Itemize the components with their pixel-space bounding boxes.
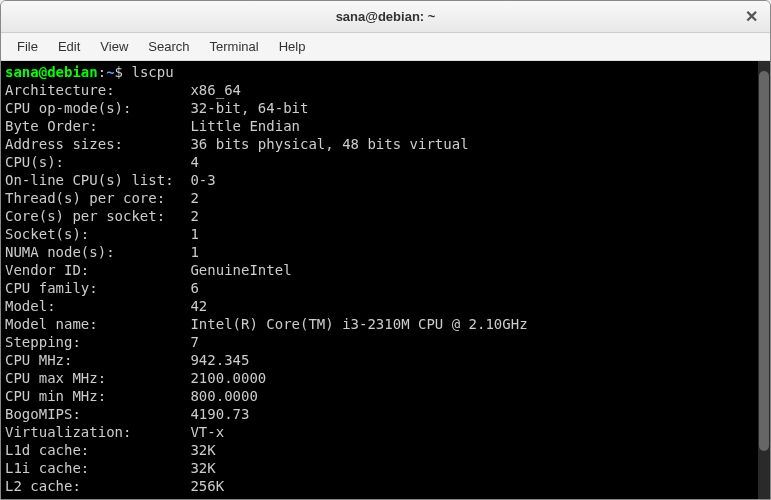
menu-edit[interactable]: Edit xyxy=(48,35,90,58)
close-icon[interactable]: ✕ xyxy=(742,8,760,26)
prompt-user-host: sana@debian xyxy=(5,64,98,80)
output-line: CPU max MHz: 2100.0000 xyxy=(5,369,766,387)
output-line: L2 cache: 256K xyxy=(5,477,766,495)
command-text: lscpu xyxy=(131,64,173,80)
prompt-line: sana@debian:~$ lscpu xyxy=(5,63,766,81)
output-line: CPU(s): 4 xyxy=(5,153,766,171)
output-line: Model name: Intel(R) Core(TM) i3-2310M C… xyxy=(5,315,766,333)
output-container: Architecture: x86_64CPU op-mode(s): 32-b… xyxy=(5,81,766,495)
menu-terminal[interactable]: Terminal xyxy=(200,35,269,58)
scrollbar[interactable] xyxy=(758,61,770,499)
menubar: File Edit View Search Terminal Help xyxy=(1,33,770,61)
output-line: On-line CPU(s) list: 0-3 xyxy=(5,171,766,189)
titlebar: sana@debian: ~ ✕ xyxy=(1,1,770,33)
menu-help[interactable]: Help xyxy=(269,35,316,58)
menu-view[interactable]: View xyxy=(90,35,138,58)
output-line: Stepping: 7 xyxy=(5,333,766,351)
terminal-area[interactable]: sana@debian:~$ lscpu Architecture: x86_6… xyxy=(1,61,770,499)
menu-search[interactable]: Search xyxy=(138,35,199,58)
output-line: Socket(s): 1 xyxy=(5,225,766,243)
output-line: Byte Order: Little Endian xyxy=(5,117,766,135)
output-line: CPU min MHz: 800.0000 xyxy=(5,387,766,405)
output-line: Thread(s) per core: 2 xyxy=(5,189,766,207)
menu-file[interactable]: File xyxy=(7,35,48,58)
output-line: Core(s) per socket: 2 xyxy=(5,207,766,225)
window-title: sana@debian: ~ xyxy=(336,9,436,24)
output-line: CPU op-mode(s): 32-bit, 64-bit xyxy=(5,99,766,117)
prompt-symbol: $ xyxy=(115,64,123,80)
prompt-path: ~ xyxy=(106,64,114,80)
output-line: CPU MHz: 942.345 xyxy=(5,351,766,369)
output-line: BogoMIPS: 4190.73 xyxy=(5,405,766,423)
output-line: Model: 42 xyxy=(5,297,766,315)
output-line: Virtualization: VT-x xyxy=(5,423,766,441)
output-line: NUMA node(s): 1 xyxy=(5,243,766,261)
output-line: CPU family: 6 xyxy=(5,279,766,297)
output-line: L1i cache: 32K xyxy=(5,459,766,477)
output-line: Address sizes: 36 bits physical, 48 bits… xyxy=(5,135,766,153)
output-line: L1d cache: 32K xyxy=(5,441,766,459)
output-line: Architecture: x86_64 xyxy=(5,81,766,99)
scrollbar-thumb[interactable] xyxy=(759,71,769,451)
output-line: Vendor ID: GenuineIntel xyxy=(5,261,766,279)
